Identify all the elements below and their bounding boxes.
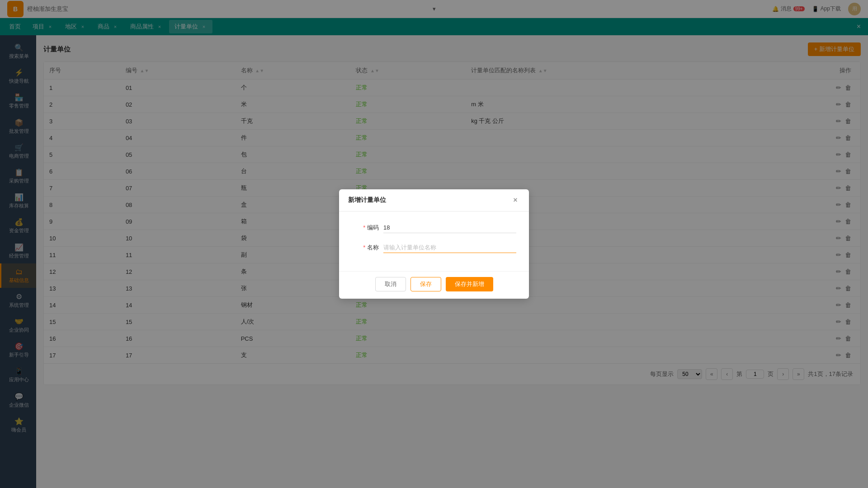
modal-title: 新增计量单位 [348, 196, 386, 204]
form-row-code: * 编码 [352, 222, 516, 233]
modal-overlay[interactable]: 新增计量单位 × * 编码 * 名称 取消 保存 保存并新增 [0, 0, 868, 488]
cancel-button[interactable]: 取消 [375, 277, 406, 291]
save-button[interactable]: 保存 [410, 277, 441, 291]
form-row-name: * 名称 [352, 242, 516, 253]
code-input[interactable] [383, 222, 516, 233]
modal-header: 新增计量单位 × [339, 189, 529, 211]
save-and-new-button[interactable]: 保存并新增 [446, 277, 493, 291]
modal-footer: 取消 保存 保存并新增 [339, 271, 529, 299]
name-label: * 名称 [352, 244, 379, 252]
add-measure-unit-modal: 新增计量单位 × * 编码 * 名称 取消 保存 保存并新增 [339, 189, 529, 299]
code-label: * 编码 [352, 224, 379, 232]
modal-body: * 编码 * 名称 [339, 211, 529, 271]
modal-close-button[interactable]: × [511, 196, 520, 205]
name-input[interactable] [383, 242, 516, 253]
